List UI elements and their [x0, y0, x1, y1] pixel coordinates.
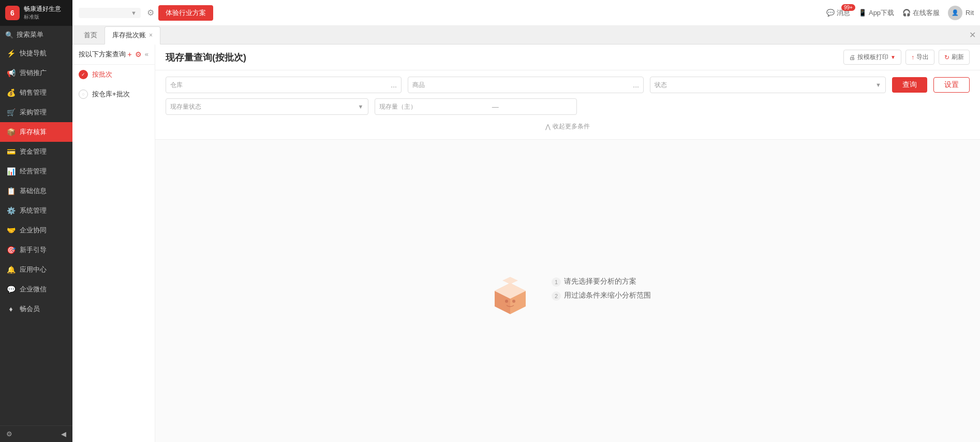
sidebar-item-wechat[interactable]: 💬 企业微信 — [0, 279, 72, 299]
svg-marker-4 — [502, 277, 518, 284]
export-button[interactable]: ↑ 导出 — [905, 50, 934, 65]
operation-icon: 📊 — [6, 167, 16, 176]
inventory-icon: 📦 — [6, 127, 16, 137]
online-service-button[interactable]: 🎧 在线客服 — [902, 8, 940, 18]
left-panel-actions: + ⚙ « — [128, 50, 149, 58]
phone-icon: 📱 — [858, 9, 867, 17]
sidebar-item-sales[interactable]: 💰 销售管理 — [0, 83, 72, 102]
page-actions: 🖨 按模板打印 ▼ ↑ 导出 ↻ 刷新 — [843, 50, 970, 65]
status-dropdown-icon[interactable]: ▼ — [875, 82, 881, 88]
try-industry-button[interactable]: 体验行业方案 — [158, 5, 213, 21]
svg-point-6 — [512, 300, 515, 303]
sidebar-item-purchase[interactable]: 🛒 采购管理 — [0, 102, 72, 122]
collapse-conditions-button[interactable]: ⋀ 收起更多条件 — [166, 120, 970, 133]
print-dropdown-icon[interactable]: ▼ — [890, 54, 896, 60]
wechat-icon: 💬 — [6, 285, 16, 294]
sidebar-bottom: ⚙ ◀ — [0, 425, 72, 442]
tab-close-icon[interactable]: × — [149, 32, 153, 39]
purchase-icon: 🛒 — [6, 108, 16, 117]
scheme-item-warehouse-batch[interactable]: ○ 按仓库+批次 — [72, 84, 155, 104]
refresh-button[interactable]: ↻ 刷新 — [939, 50, 970, 65]
sidebar-search[interactable]: 🔍 搜索菜单 — [0, 26, 72, 43]
messages-button[interactable]: 💬 消息 99+ — [826, 8, 850, 18]
sidebar-item-member[interactable]: ♦ 畅会员 — [0, 299, 72, 319]
product-label: 商品 — [412, 81, 425, 90]
tab-inventory-batch[interactable]: 库存批次账 × — [105, 26, 160, 45]
collapse-up-icon: ⋀ — [545, 123, 551, 130]
product-filter[interactable]: 商品 ... — [408, 77, 644, 93]
status-filter[interactable]: 状态 ▼ — [650, 77, 886, 93]
message-icon: 💬 — [826, 9, 835, 17]
sidebar-item-shortcuts[interactable]: ⚡ 快捷导航 — [0, 43, 72, 63]
filter-area: 仓库 ... 商品 ... 状态 ▼ — [155, 70, 980, 140]
sidebar-nav: ⚡ 快捷导航 📢 营销推广 💰 销售管理 🛒 采购管理 📦 库存核算 💳 资金管… — [0, 43, 72, 425]
appstore-icon: 🔔 — [6, 265, 16, 274]
print-template-button[interactable]: 🖨 按模板打印 ▼ — [843, 50, 901, 65]
sidebar-collapse-icon[interactable]: ◀ — [61, 430, 66, 438]
stock-status-dropdown-icon[interactable]: ▼ — [358, 104, 364, 110]
sidebar: 6 畅康通好生意 标准版 🔍 搜索菜单 ⚡ 快捷导航 📢 营销推广 💰 销售管理… — [0, 0, 72, 442]
scheme-settings-icon[interactable]: ⚙ — [135, 50, 142, 58]
export-icon: ↑ — [911, 54, 914, 61]
scheme-inactive-icon: ○ — [79, 90, 88, 99]
topbar: ▼ ⚙ 体验行业方案 💬 消息 99+ 📱 App下载 🎧 在线客服 👤 Rit — [72, 0, 980, 26]
empty-tip-2: 2 用过滤条件来缩小分析范围 — [552, 291, 651, 301]
search-icon: 🔍 — [5, 31, 13, 39]
topbar-right: 💬 消息 99+ 📱 App下载 🎧 在线客服 👤 Rit — [826, 6, 974, 20]
system-icon: ⚙️ — [6, 206, 16, 215]
tab-panel-close-icon[interactable]: ✕ — [969, 30, 976, 40]
empty-tips: 1 请先选择要分析的方案 2 用过滤条件来缩小分析范围 — [552, 277, 651, 305]
app-logo: 6 — [5, 6, 20, 20]
page-title: 现存量查询(按批次) — [166, 51, 246, 64]
stock-status-filter[interactable]: 现存量状态 ▼ — [166, 98, 368, 115]
sidebar-item-marketing[interactable]: 📢 营销推广 — [0, 63, 72, 83]
print-icon: 🖨 — [849, 54, 855, 61]
sidebar-item-system[interactable]: ⚙️ 系统管理 — [0, 201, 72, 220]
main-area: ▼ ⚙ 体验行业方案 💬 消息 99+ 📱 App下载 🎧 在线客服 👤 Rit — [72, 0, 980, 442]
svg-point-5 — [505, 300, 508, 303]
product-select-icon[interactable]: ... — [633, 81, 639, 89]
filter-settings-button[interactable]: 设置 — [933, 77, 970, 93]
tabbar: 首页 库存批次账 × ✕ — [72, 26, 980, 45]
sidebar-item-inventory[interactable]: 📦 库存核算 — [0, 122, 72, 142]
warehouse-select-icon[interactable]: ... — [391, 81, 397, 89]
sidebar-item-finance[interactable]: 💳 资金管理 — [0, 142, 72, 161]
topbar-search-box[interactable]: ▼ — [79, 8, 141, 18]
empty-box-svg — [487, 270, 533, 317]
sidebar-item-newbie[interactable]: 🎯 新手引导 — [0, 240, 72, 260]
right-panel: 现存量查询(按批次) 🖨 按模板打印 ▼ ↑ 导出 ↻ 刷新 — [155, 45, 980, 442]
scheme-item-batch[interactable]: ✓ 按批次 — [72, 65, 155, 84]
company-name: 畅康通好生意 — [24, 5, 61, 13]
sidebar-item-appstore[interactable]: 🔔 应用中心 — [0, 260, 72, 279]
headset-icon: 🎧 — [902, 9, 911, 17]
app-download-button[interactable]: 📱 App下载 — [858, 8, 894, 18]
notification-badge: 99+ — [841, 4, 855, 11]
topbar-dropdown-icon[interactable]: ▼ — [131, 10, 137, 16]
page-header: 现存量查询(按批次) 🖨 按模板打印 ▼ ↑ 导出 ↻ 刷新 — [155, 45, 980, 70]
stock-quantity-dash: — — [490, 103, 501, 111]
tab-home[interactable]: 首页 — [77, 26, 105, 44]
member-icon: ♦ — [6, 304, 16, 314]
empty-illustration — [484, 265, 536, 317]
warehouse-label: 仓库 — [170, 81, 183, 90]
sidebar-settings-icon[interactable]: ⚙ — [6, 430, 12, 438]
sidebar-item-enterprise[interactable]: 🤝 企业协同 — [0, 220, 72, 240]
collapse-panel-icon[interactable]: « — [145, 50, 149, 58]
refresh-icon: ↻ — [944, 54, 949, 61]
sidebar-header: 6 畅康通好生意 标准版 — [0, 0, 72, 26]
filter-row-1: 仓库 ... 商品 ... 状态 ▼ — [166, 77, 970, 93]
empty-tip-1: 1 请先选择要分析的方案 — [552, 277, 651, 287]
warehouse-filter[interactable]: 仓库 ... — [166, 77, 402, 93]
sales-icon: 💰 — [6, 88, 16, 97]
add-scheme-button[interactable]: + — [128, 50, 132, 58]
stock-quantity-label: 现存量（主） — [379, 102, 417, 111]
query-button[interactable]: 查询 — [892, 77, 927, 93]
sidebar-item-operation[interactable]: 📊 经营管理 — [0, 161, 72, 181]
stock-status-label: 现存量状态 — [170, 102, 201, 111]
basic-icon: 📋 — [6, 186, 16, 196]
topbar-gear-icon[interactable]: ⚙ — [147, 8, 154, 18]
sidebar-item-basic[interactable]: 📋 基础信息 — [0, 181, 72, 201]
user-menu[interactable]: 👤 Rit — [948, 6, 974, 20]
status-label: 状态 — [655, 81, 667, 90]
stock-quantity-filter[interactable]: 现存量（主） — — [375, 98, 577, 115]
